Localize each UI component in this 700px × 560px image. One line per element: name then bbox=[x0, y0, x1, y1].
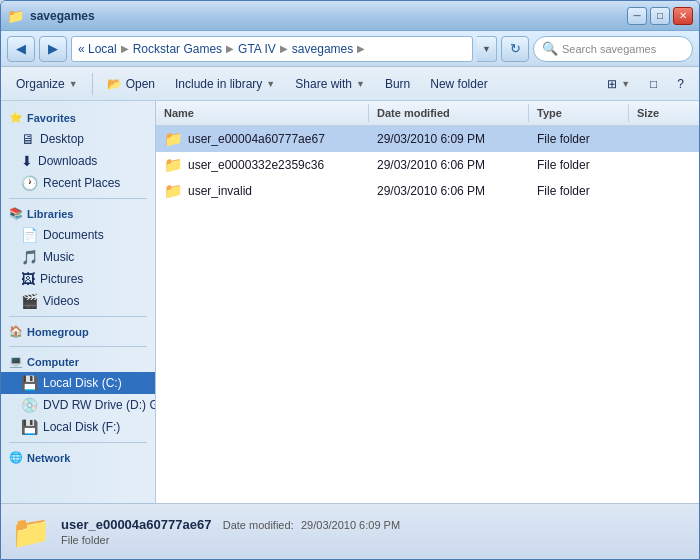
file-size-cell bbox=[629, 162, 699, 168]
status-file-icon: 📁 bbox=[11, 513, 51, 551]
sidebar-item-local-disk-c[interactable]: 💾 Local Disk (C:) bbox=[1, 372, 155, 394]
file-rows-container: 📁 user_e00004a60777ae67 29/03/2010 6:09 … bbox=[156, 126, 699, 204]
include-library-label: Include in library bbox=[175, 77, 262, 91]
details-pane-icon: □ bbox=[650, 77, 657, 91]
help-button[interactable]: ? bbox=[668, 71, 693, 97]
file-name-cell: 📁 user_invalid bbox=[156, 179, 369, 203]
refresh-button[interactable]: ↻ bbox=[501, 36, 529, 62]
views-icon: ⊞ bbox=[607, 77, 617, 91]
homegroup-section: 🏠 Homegroup bbox=[1, 321, 155, 342]
file-row[interactable]: 📁 user_invalid 29/03/2010 6:06 PM File f… bbox=[156, 178, 699, 204]
path-segment-gtaiv: GTA IV bbox=[238, 42, 276, 56]
path-segment-rockstar: Rockstar Games bbox=[133, 42, 222, 56]
computer-label: Computer bbox=[27, 356, 79, 368]
sidebar-item-pictures[interactable]: 🖼 Pictures bbox=[1, 268, 155, 290]
toolbar-separator-1 bbox=[92, 73, 93, 95]
maximize-button[interactable]: □ bbox=[650, 7, 670, 25]
sidebar-divider-4 bbox=[9, 442, 147, 443]
sidebar-item-downloads[interactable]: ⬇ Downloads bbox=[1, 150, 155, 172]
pictures-icon: 🖼 bbox=[21, 271, 35, 287]
open-label: Open bbox=[126, 77, 155, 91]
file-folder-icon: 📁 bbox=[164, 182, 183, 200]
status-date-label: Date modified: bbox=[223, 519, 294, 531]
file-type-cell: File folder bbox=[529, 155, 629, 175]
sidebar-item-music[interactable]: 🎵 Music bbox=[1, 246, 155, 268]
dvd-drive-d-icon: 💿 bbox=[21, 397, 38, 413]
close-button[interactable]: ✕ bbox=[673, 7, 693, 25]
libraries-icon: 📚 bbox=[9, 207, 23, 220]
downloads-icon: ⬇ bbox=[21, 153, 33, 169]
sidebar-item-downloads-label: Downloads bbox=[38, 154, 97, 168]
path-segment-savegames: savegames bbox=[292, 42, 353, 56]
file-name-cell: 📁 user_e0000332e2359c36 bbox=[156, 153, 369, 177]
share-with-dropdown-arrow: ▼ bbox=[356, 79, 365, 89]
file-type-cell: File folder bbox=[529, 181, 629, 201]
favorites-header: ⭐ Favorites bbox=[1, 107, 155, 128]
documents-icon: 📄 bbox=[21, 227, 38, 243]
sidebar-item-desktop[interactable]: 🖥 Desktop bbox=[1, 128, 155, 150]
sidebar-item-desktop-label: Desktop bbox=[40, 132, 84, 146]
share-with-button[interactable]: Share with ▼ bbox=[286, 71, 374, 97]
address-path[interactable]: « Local ▶ Rockstar Games ▶ GTA IV ▶ save… bbox=[71, 36, 473, 62]
homegroup-label: Homegroup bbox=[27, 326, 89, 338]
sidebar-divider-2 bbox=[9, 316, 147, 317]
share-with-label: Share with bbox=[295, 77, 352, 91]
views-button[interactable]: ⊞ ▼ bbox=[598, 71, 639, 97]
sidebar-item-music-label: Music bbox=[43, 250, 74, 264]
network-section: 🌐 Network bbox=[1, 447, 155, 468]
computer-header: 💻 Computer bbox=[1, 351, 155, 372]
sidebar-item-videos[interactable]: 🎬 Videos bbox=[1, 290, 155, 312]
file-row[interactable]: 📁 user_e0000332e2359c36 29/03/2010 6:06 … bbox=[156, 152, 699, 178]
sidebar-item-documents[interactable]: 📄 Documents bbox=[1, 224, 155, 246]
file-size-cell bbox=[629, 188, 699, 194]
sidebar-item-videos-label: Videos bbox=[43, 294, 79, 308]
file-date-cell: 29/03/2010 6:06 PM bbox=[369, 181, 529, 201]
file-name: user_e0000332e2359c36 bbox=[188, 158, 324, 172]
address-dropdown[interactable]: ▼ bbox=[477, 36, 497, 62]
local-disk-c-icon: 💾 bbox=[21, 375, 38, 391]
back-button[interactable]: ◀ bbox=[7, 36, 35, 62]
network-icon: 🌐 bbox=[9, 451, 23, 464]
search-box[interactable]: 🔍 Search savegames bbox=[533, 36, 693, 62]
minimize-button[interactable]: ─ bbox=[627, 7, 647, 25]
favorites-label: Favorites bbox=[27, 112, 76, 124]
file-row[interactable]: 📁 user_e00004a60777ae67 29/03/2010 6:09 … bbox=[156, 126, 699, 152]
organize-button[interactable]: Organize ▼ bbox=[7, 71, 87, 97]
sidebar-item-dvd-drive-d[interactable]: 💿 DVD RW Drive (D:) G bbox=[1, 394, 155, 416]
col-header-date[interactable]: Date modified bbox=[369, 104, 529, 122]
open-icon: 📂 bbox=[107, 77, 122, 91]
file-name: user_e00004a60777ae67 bbox=[188, 132, 325, 146]
computer-icon: 💻 bbox=[9, 355, 23, 368]
forward-button[interactable]: ▶ bbox=[39, 36, 67, 62]
sidebar-item-dvd-drive-d-label: DVD RW Drive (D:) G bbox=[43, 398, 155, 412]
status-date-value: 29/03/2010 6:09 PM bbox=[301, 519, 400, 531]
burn-button[interactable]: Burn bbox=[376, 71, 419, 97]
network-header: 🌐 Network bbox=[1, 447, 155, 468]
favorites-icon: ⭐ bbox=[9, 111, 23, 124]
new-folder-button[interactable]: New folder bbox=[421, 71, 496, 97]
details-pane-button[interactable]: □ bbox=[641, 71, 666, 97]
views-dropdown-arrow: ▼ bbox=[621, 79, 630, 89]
include-library-button[interactable]: Include in library ▼ bbox=[166, 71, 284, 97]
sidebar-item-local-disk-f[interactable]: 💾 Local Disk (F:) bbox=[1, 416, 155, 438]
help-icon: ? bbox=[677, 77, 684, 91]
new-folder-label: New folder bbox=[430, 77, 487, 91]
libraries-header: 📚 Libraries bbox=[1, 203, 155, 224]
favorites-section: ⭐ Favorites 🖥 Desktop ⬇ Downloads 🕐 Rece… bbox=[1, 107, 155, 194]
sidebar-item-local-disk-c-label: Local Disk (C:) bbox=[43, 376, 122, 390]
sidebar-item-recent-places[interactable]: 🕐 Recent Places bbox=[1, 172, 155, 194]
file-list: Name Date modified Type Size 📁 user_e000… bbox=[156, 101, 699, 503]
sidebar-item-documents-label: Documents bbox=[43, 228, 104, 242]
local-disk-f-icon: 💾 bbox=[21, 419, 38, 435]
open-button[interactable]: 📂 Open bbox=[98, 71, 164, 97]
sidebar-divider-3 bbox=[9, 346, 147, 347]
network-label: Network bbox=[27, 452, 70, 464]
col-header-size[interactable]: Size bbox=[629, 104, 699, 122]
col-header-type[interactable]: Type bbox=[529, 104, 629, 122]
videos-icon: 🎬 bbox=[21, 293, 38, 309]
file-name: user_invalid bbox=[188, 184, 252, 198]
col-header-name[interactable]: Name bbox=[156, 104, 369, 122]
sidebar-item-recent-places-label: Recent Places bbox=[43, 176, 120, 190]
libraries-label: Libraries bbox=[27, 208, 73, 220]
homegroup-header: 🏠 Homegroup bbox=[1, 321, 155, 342]
